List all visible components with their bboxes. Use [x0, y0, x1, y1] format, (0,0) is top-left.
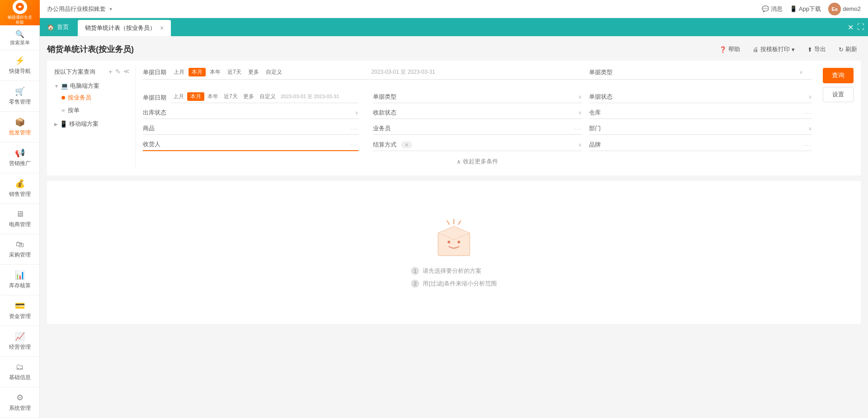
- dept-label: 部门: [589, 124, 614, 133]
- scheme-add-button[interactable]: +: [108, 68, 113, 76]
- goods-input[interactable]: ···: [171, 125, 359, 132]
- this-year-tab[interactable]: 本年: [205, 92, 221, 101]
- topbar: 办公用品行业模拟账套 ▾ 💬 消息 📱 App下载 Ea demo2: [40, 0, 868, 18]
- collapse-button[interactable]: ∧ 收起更多条件: [457, 157, 498, 166]
- refresh-icon: ↻: [839, 46, 844, 53]
- sidebar-item-system[interactable]: ⚙ 系统管理: [0, 387, 39, 418]
- outstatus-input[interactable]: ∨: [171, 110, 359, 116]
- mobile-group-arrow: ▶: [54, 122, 58, 127]
- home-icon: 🏠: [47, 24, 54, 31]
- warehouse-input[interactable]: ···: [617, 109, 812, 116]
- receivestatus-label: 收款状态: [373, 109, 398, 117]
- outstatus-wrap: 出库状态 ∨: [143, 109, 359, 119]
- topbar-dropdown-icon[interactable]: ▾: [109, 6, 112, 12]
- consignee-wrap: 收货人 ···: [143, 140, 359, 151]
- date-field-input[interactable]: 上月 本月 本年 近7天 更多 自定义 2023-03-01 至 2023-03…: [171, 92, 359, 103]
- doctype-wrap: 单据类型 ∨: [373, 93, 581, 103]
- sidebar-item-finance[interactable]: 💳 资金管理: [0, 295, 39, 326]
- export-button[interactable]: ⬆ 导出: [804, 43, 830, 55]
- message-button[interactable]: 💬 消息: [762, 5, 783, 13]
- date-field-wrap: 单据日期 上月 本月 本年 近7天 更多 自定义 2023-03-01 至 20…: [143, 92, 359, 103]
- print-dropdown-icon: ▾: [792, 46, 795, 53]
- filter-cell-consignee: 收货人 ···: [143, 140, 366, 155]
- tip1-num: 1: [411, 267, 419, 275]
- sidebar-item-shortcut[interactable]: ⚡ 快捷导航: [0, 50, 39, 81]
- svg-point-8: [448, 241, 450, 243]
- docstatus-label: 单据状态: [589, 93, 614, 101]
- sales-label: 销售管理: [9, 190, 31, 198]
- query-button[interactable]: 查询: [823, 68, 854, 83]
- date-tab-this-year[interactable]: 本年: [207, 68, 223, 76]
- filter-cell-dept: 部门 ∨: [589, 124, 812, 140]
- doc-type-label: 单据类型: [589, 68, 614, 76]
- setting-button[interactable]: 设置: [823, 87, 854, 102]
- more-tab[interactable]: 更多: [241, 92, 256, 101]
- tab-home[interactable]: 🏠 首页: [40, 18, 76, 36]
- sidebar-item-wholesale[interactable]: 📦 批发管理: [0, 112, 39, 142]
- topbar-right: 💬 消息 📱 App下载 Ea demo2: [762, 3, 861, 15]
- this-month-tab[interactable]: 本月: [187, 92, 204, 101]
- settle-clear-button[interactable]: ×: [405, 142, 408, 148]
- filter-doc-type[interactable]: 单据类型 ∨: [589, 68, 812, 80]
- scheme-edit-button[interactable]: ✎: [115, 68, 121, 76]
- help-button[interactable]: ❓ 帮助: [716, 43, 744, 55]
- custom-tab[interactable]: 自定义: [257, 92, 278, 101]
- date-tab-last-month[interactable]: 上月: [171, 68, 187, 76]
- date-tab-7days[interactable]: 近7天: [225, 68, 244, 76]
- scheme-group-mobile: ▶ 📱 移动端方案: [54, 119, 130, 129]
- date-tab-this-month[interactable]: 本月: [189, 68, 206, 76]
- tab-report[interactable]: 销货单统计表（按业务员） ×: [78, 20, 171, 36]
- last-month-tab[interactable]: 上月: [171, 92, 186, 101]
- empty-tip-2: 2 用[过滤]条件来缩小分析范围: [411, 280, 496, 288]
- template-print-button[interactable]: 🖨 按模板打印 ▾: [749, 43, 798, 55]
- refresh-button[interactable]: ↻ 刷新: [835, 43, 861, 55]
- sidebar-item-ecommerce[interactable]: 🖥 电商管理: [0, 204, 39, 234]
- consignee-dots: ···: [351, 141, 359, 148]
- scheme-group-mobile-header[interactable]: ▶ 📱 移动端方案: [54, 119, 130, 129]
- user-area[interactable]: Ea demo2: [828, 3, 861, 15]
- settle-chevron: ∨: [578, 142, 582, 148]
- date-tab-more[interactable]: 更多: [245, 68, 262, 76]
- scheme-collapse-button[interactable]: ≪: [123, 68, 130, 76]
- scheme-item-salesperson[interactable]: 按业务员: [61, 91, 130, 104]
- date-tab-custom[interactable]: 自定义: [263, 68, 285, 76]
- receivestatus-input[interactable]: ∨: [401, 110, 581, 116]
- tab-maximize-button[interactable]: ⛶: [857, 23, 864, 31]
- sidebar-item-inventory[interactable]: 📊 库存核算: [0, 265, 39, 295]
- salesperson-input[interactable]: ···: [401, 125, 581, 132]
- outstatus-chevron: ∨: [355, 110, 359, 116]
- empty-state-icon: [429, 217, 479, 258]
- scheme-panel-header: 按以下方案查询 + ✎ ≪: [54, 68, 130, 76]
- sidebar-item-operation[interactable]: 📈 经营管理: [0, 326, 39, 357]
- search-menu-item[interactable]: 🔍 搜索菜单: [0, 25, 39, 50]
- dept-input[interactable]: ∨: [617, 126, 812, 132]
- docstatus-input[interactable]: ∨: [617, 94, 812, 100]
- dept-wrap: 部门 ∨: [589, 124, 812, 135]
- scheme-group-pc-header[interactable]: ▼ 💻 电脑端方案: [54, 81, 130, 91]
- doctype-input[interactable]: ∨: [401, 94, 581, 100]
- tab-close-button[interactable]: ×: [160, 24, 164, 32]
- ecommerce-icon: 🖥: [16, 209, 24, 219]
- sidebar-item-retail[interactable]: 🛒 零售管理: [0, 81, 39, 112]
- brand-input[interactable]: ···: [617, 142, 812, 148]
- sidebar-item-purchase[interactable]: 🛍 采购管理: [0, 234, 39, 265]
- print-icon: 🖨: [753, 46, 759, 53]
- sidebar-item-sales[interactable]: 💰 销售管理: [0, 173, 39, 204]
- scheme-item-order[interactable]: ≡ 按单: [61, 104, 130, 117]
- tip1-text: 请先选择要分析的方案: [423, 267, 481, 275]
- download-button[interactable]: 📱 App下载: [790, 5, 821, 13]
- sidebar-item-marketing[interactable]: 📢 营销推广: [0, 142, 39, 173]
- sidebar-item-basic[interactable]: 🗂 基础信息: [0, 357, 39, 387]
- logo[interactable]: 畅捷通好生意 标版: [0, 0, 40, 25]
- doc-type-input[interactable]: ∨: [617, 69, 803, 75]
- mobile-group-icon: 📱: [60, 120, 67, 128]
- tab-close-window-button[interactable]: ✕: [848, 23, 854, 32]
- salesperson-wrap: 业务员 ···: [373, 124, 581, 135]
- tabbar: 🏠 首页 销货单统计表（按业务员） × ✕ ⛶: [40, 18, 868, 36]
- seven-days-tab[interactable]: 近7天: [222, 92, 240, 101]
- settle-input[interactable]: × ∨: [401, 141, 581, 148]
- consignee-input[interactable]: ···: [171, 141, 359, 148]
- query-buttons: 查询 设置: [823, 68, 854, 168]
- tab-home-label: 首页: [57, 23, 69, 31]
- collapse-bar: ∧ 收起更多条件: [143, 155, 812, 168]
